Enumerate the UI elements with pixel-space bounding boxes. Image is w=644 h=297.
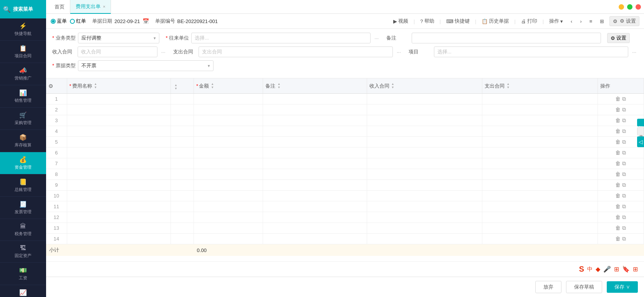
row-expense[interactable] xyxy=(482,191,598,201)
row-name[interactable] xyxy=(67,223,171,234)
row-note[interactable] xyxy=(263,212,367,223)
row-amount[interactable] xyxy=(194,201,263,212)
delete-icon[interactable]: 🗑 xyxy=(615,214,621,221)
copy-icon[interactable]: ⧉ xyxy=(622,214,626,221)
shortcut-button[interactable]: ⌨ 快捷键 xyxy=(444,17,472,25)
row-sort[interactable] xyxy=(171,115,194,126)
row-name[interactable] xyxy=(67,158,171,169)
sidebar-item-assets[interactable]: 🏗 固定资产 xyxy=(0,241,46,263)
minimize-button[interactable] xyxy=(619,4,624,10)
sort-col-arrows[interactable]: ▲ ▼ xyxy=(174,84,177,90)
delete-icon[interactable]: 🗑 xyxy=(615,139,621,145)
row-expense[interactable] xyxy=(482,158,598,169)
delete-icon[interactable]: 🗑 xyxy=(615,192,621,199)
amount-sort-arrows[interactable]: ▲ ▼ xyxy=(211,83,214,89)
settings-button[interactable]: ⚙ ⚙ 设置 xyxy=(609,16,639,26)
row-amount[interactable] xyxy=(194,105,263,115)
tab-home[interactable]: 首页 xyxy=(49,0,70,14)
row-expense[interactable] xyxy=(482,180,598,191)
row-note[interactable] xyxy=(263,191,367,201)
radio-red[interactable]: 红单 xyxy=(70,18,86,25)
row-income[interactable] xyxy=(367,158,482,169)
sidebar-item-marketing[interactable]: 📣 营销推广 xyxy=(0,63,46,85)
partner-input[interactable]: 选择... xyxy=(191,33,371,43)
row-note[interactable] xyxy=(263,158,367,169)
copy-icon[interactable]: ⧉ xyxy=(622,171,626,178)
row-amount[interactable] xyxy=(194,212,263,223)
row-name[interactable] xyxy=(67,115,171,126)
copy-icon[interactable]: ⧉ xyxy=(622,106,626,113)
delete-icon[interactable]: 🗑 xyxy=(615,225,621,231)
sidebar-item-quick-nav[interactable]: ⚡ 快捷导航 xyxy=(0,18,46,41)
date-value[interactable]: 2022-09-21 xyxy=(114,18,140,24)
row-expense[interactable] xyxy=(482,234,598,244)
row-sort[interactable] xyxy=(171,126,194,137)
row-sort[interactable] xyxy=(171,201,194,212)
copy-icon[interactable]: ⧉ xyxy=(622,182,626,188)
sidebar-item-ops[interactable]: 📈 经营管理 xyxy=(0,285,46,297)
expense-contract-input[interactable]: 支出合同 xyxy=(199,46,393,57)
invoice-type-select[interactable]: 不开票 ▾ xyxy=(78,60,214,71)
row-amount[interactable] xyxy=(194,137,263,148)
calendar-icon[interactable]: 📅 xyxy=(142,18,149,24)
copy-icon[interactable]: ⧉ xyxy=(622,96,626,102)
row-amount[interactable] xyxy=(194,180,263,191)
row-income[interactable] xyxy=(367,148,482,158)
row-amount[interactable] xyxy=(194,148,263,158)
row-expense[interactable] xyxy=(482,126,598,137)
sidebar-item-sales[interactable]: 📊 销售管理 xyxy=(0,85,46,108)
row-amount[interactable] xyxy=(194,169,263,180)
row-amount[interactable] xyxy=(194,115,263,126)
maximize-button[interactable] xyxy=(627,4,632,10)
row-income[interactable] xyxy=(367,126,482,137)
expense-sort-arrows[interactable]: ▲ ▼ xyxy=(507,83,510,89)
draft-button[interactable]: 保存草稿 xyxy=(566,281,602,293)
tab-expense[interactable]: 费用支出单 × xyxy=(70,0,111,14)
row-sort[interactable] xyxy=(171,137,194,148)
copy-icon[interactable]: ⧉ xyxy=(622,128,626,134)
sidebar-item-project-contract[interactable]: 📋 项目合同 xyxy=(0,41,46,63)
row-expense[interactable] xyxy=(482,148,598,158)
row-sort[interactable] xyxy=(171,223,194,234)
float-tab-attachment[interactable]: 附 xyxy=(637,119,644,126)
close-button[interactable] xyxy=(636,4,641,10)
radio-blue[interactable]: 蓝单 xyxy=(51,18,67,25)
row-note[interactable] xyxy=(263,105,367,115)
zhong-icon[interactable]: 中 xyxy=(587,266,593,273)
bookmark-icon[interactable]: 🔖 xyxy=(622,265,630,273)
grid-view-button[interactable]: ⊞ xyxy=(598,18,606,25)
row-income[interactable] xyxy=(367,234,482,244)
sidebar-item-purchase[interactable]: 🛒 采购管理 xyxy=(0,108,46,130)
s-icon[interactable]: S xyxy=(579,265,584,274)
row-expense[interactable] xyxy=(482,223,598,234)
row-expense[interactable] xyxy=(482,212,598,223)
row-name[interactable] xyxy=(67,137,171,148)
row-amount[interactable] xyxy=(194,126,263,137)
row-income[interactable] xyxy=(367,212,482,223)
row-income[interactable] xyxy=(367,180,482,191)
row-sort[interactable] xyxy=(171,158,194,169)
copy-icon[interactable]: ⧉ xyxy=(622,203,626,210)
copy-icon[interactable]: ⧉ xyxy=(622,117,626,124)
prev-button[interactable]: ‹ xyxy=(568,18,574,25)
row-note[interactable] xyxy=(263,126,367,137)
row-income[interactable] xyxy=(367,105,482,115)
row-income[interactable] xyxy=(367,223,482,234)
income-sort-arrows[interactable]: ▲ ▼ xyxy=(391,83,394,89)
copy-icon[interactable]: ⧉ xyxy=(622,225,626,231)
row-name[interactable] xyxy=(67,180,171,191)
row-name[interactable] xyxy=(67,105,171,115)
grid-icon[interactable]: ⊞ xyxy=(614,265,619,273)
business-type-select[interactable]: 应付调整 ▾ xyxy=(78,33,160,43)
save-button[interactable]: 保存 ∨ xyxy=(607,281,638,293)
th-sort-col[interactable]: ▲ ▼ xyxy=(171,78,194,94)
row-income[interactable] xyxy=(367,115,482,126)
row-amount[interactable] xyxy=(194,223,263,234)
mic-icon[interactable]: 🎤 xyxy=(603,265,611,273)
history-button[interactable]: 📋 历史单据 xyxy=(479,17,511,25)
income-contract-more[interactable]: ··· xyxy=(160,49,167,55)
row-note[interactable] xyxy=(263,223,367,234)
row-name[interactable] xyxy=(67,234,171,244)
help-button[interactable]: ? 帮助 xyxy=(418,17,436,25)
sidebar-item-inventory[interactable]: 📦 库存核算 xyxy=(0,130,46,152)
